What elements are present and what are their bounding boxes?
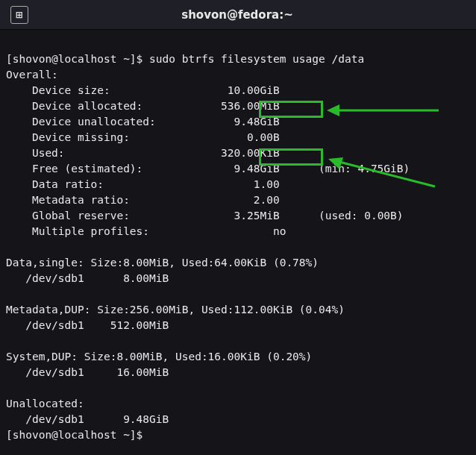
section-data-header: Data,single: Size:8.00MiB, Used:64.00KiB… (6, 257, 319, 269)
titlebar: ⊞ shovon@fedora:~ (0, 0, 476, 30)
highlighted-free-value: 9.48GiB (234, 163, 280, 175)
highlighted-unallocated-value: 9.48GiB (234, 116, 280, 128)
row-device-size: Device size: 10.00GiB (6, 84, 280, 96)
row-device-missing: Device missing: 0.00B (6, 131, 280, 143)
row-device-allocated: Device allocated: 536.00MiB (6, 100, 280, 112)
row-metadata-ratio: Metadata ratio: 2.00 (6, 194, 280, 206)
prompt-line-2: [shovon@localhost ~]$ (6, 429, 149, 441)
command-text: sudo btrfs filesystem usage /data (149, 53, 364, 65)
row-used: Used: 320.00KiB (6, 147, 280, 159)
svg-marker-1 (327, 104, 339, 116)
overall-header: Overall: (6, 69, 58, 81)
section-system-header: System,DUP: Size:8.00MiB, Used:16.00KiB … (6, 351, 312, 363)
row-global-reserve: Global reserve: 3.25MiB (used: 0.00B) (6, 210, 404, 222)
shell-prompt-2: [shovon@localhost ~]$ (6, 429, 149, 441)
section-data-line: /dev/sdb1 8.00MiB (6, 272, 169, 284)
arrow-to-unallocated (323, 95, 442, 125)
section-metadata-header: Metadata,DUP: Size:256.00MiB, Used:112.0… (6, 304, 345, 316)
window-title: shovon@fedora:~ (6, 8, 469, 22)
row-device-unallocated: Device unallocated: 9.48GiB (6, 116, 280, 128)
shell-prompt: [shovon@localhost ~]$ (6, 53, 149, 65)
row-free-estimated: Free (estimated): 9.48GiB (min: 4.75GiB) (6, 163, 410, 175)
terminal-window: ⊞ shovon@fedora:~ [shovon@localhost ~]$ … (0, 0, 476, 455)
row-multiple-profiles: Multiple profiles: no (6, 225, 286, 237)
terminal-body[interactable]: [shovon@localhost ~]$ sudo btrfs filesys… (0, 30, 476, 455)
prompt-line-1: [shovon@localhost ~]$ sudo btrfs filesys… (6, 53, 364, 65)
section-metadata-line: /dev/sdb1 512.00MiB (6, 319, 169, 331)
section-unallocated-header: Unallocated: (6, 398, 84, 410)
section-unallocated-line: /dev/sdb1 9.48GiB (6, 413, 169, 425)
section-system-line: /dev/sdb1 16.00MiB (6, 366, 169, 378)
row-data-ratio: Data ratio: 1.00 (6, 178, 280, 190)
